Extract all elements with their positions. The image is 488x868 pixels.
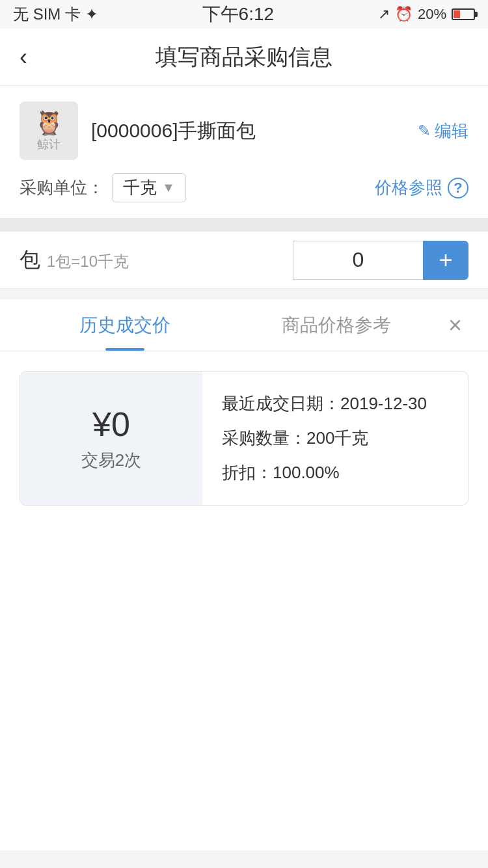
discount-value: 100.00% (273, 463, 340, 482)
product-image-icon: 🦉 (34, 109, 64, 137)
tab-active-underline (105, 348, 144, 351)
quantity-label-group: 包 1包=10千克 (20, 246, 129, 275)
quantity-unit-small: 1包=10千克 (47, 251, 129, 272)
unit-selector-dropdown[interactable]: 千克 ▼ (112, 173, 186, 202)
status-right-group: ↗ ⏰ 20% (378, 6, 475, 23)
product-thumbnail: 🦉 鲸计 (20, 102, 78, 160)
quantity-unit-big: 包 (20, 246, 40, 275)
history-trades-count: 交易2次 (81, 449, 141, 472)
status-bar: 无 SIM 卡 ✦ 下午6:12 ↗ ⏰ 20% (0, 0, 488, 29)
product-name: [0000006]手撕面包 (91, 118, 256, 144)
quantity-input-box[interactable]: 0 (293, 241, 423, 280)
page-title: 填写商品采购信息 (156, 42, 332, 72)
recent-date-value: 2019-12-30 (340, 394, 427, 413)
alarm-icon: ⏰ (395, 6, 413, 23)
product-top-row: 🦉 鲸计 [0000006]手撕面包 ✎ 编辑 (20, 102, 468, 160)
discount-row: 折扣：100.00% (222, 460, 448, 485)
product-image-label: 鲸计 (37, 137, 61, 152)
history-price-card: ¥0 交易2次 最近成交日期：2019-12-30 采购数量：200千克 折扣：… (20, 371, 468, 506)
quantity-plus-button[interactable]: + (423, 241, 468, 280)
edit-label: 编辑 (435, 120, 468, 142)
time-text: 下午6:12 (202, 2, 275, 27)
history-price-right: 最近成交日期：2019-12-30 采购数量：200千克 折扣：100.00% (202, 372, 468, 505)
carrier-text: 无 SIM 卡 ✦ (13, 4, 98, 25)
battery-fill (454, 10, 460, 18)
recent-date-label: 最近成交日期： (222, 394, 340, 413)
location-icon: ↗ (378, 6, 390, 23)
purchase-quantity-value: 200千克 (306, 428, 368, 448)
dropdown-arrow-icon: ▼ (162, 180, 175, 195)
history-price-left: ¥0 交易2次 (20, 372, 202, 505)
purchase-quantity-row: 采购数量：200千克 (222, 426, 448, 451)
quantity-row: 包 1包=10千克 0 + (0, 232, 488, 289)
unit-label: 采购单位： (20, 176, 104, 199)
history-price-value: ¥0 (92, 405, 130, 444)
back-button[interactable]: ‹ (20, 44, 59, 71)
unit-section: 采购单位： 千克 ▼ (20, 173, 186, 202)
discount-label: 折扣： (222, 463, 273, 482)
tab-history-label: 历史成交价 (79, 313, 170, 338)
product-bottom-row: 采购单位： 千克 ▼ 价格参照 ? (20, 173, 468, 202)
section-divider (0, 219, 488, 232)
quantity-value: 0 (353, 248, 364, 272)
tab-history-price[interactable]: 历史成交价 (20, 299, 230, 351)
product-card: 🦉 鲸计 [0000006]手撕面包 ✎ 编辑 采购单位： 千克 ▼ 价格参照 … (0, 86, 488, 219)
unit-value: 千克 (123, 176, 157, 199)
tab-product-price-ref[interactable]: 商品价格参考 (230, 299, 441, 351)
purchase-quantity-label: 采购数量： (222, 428, 306, 448)
tab-section: 历史成交价 商品价格参考 × ¥0 交易2次 最近成交日期：2019-12-30… (0, 299, 488, 525)
battery-percent: 20% (418, 6, 446, 23)
price-ref-label: 价格参照 (375, 176, 442, 199)
tab-header: 历史成交价 商品价格参考 × (0, 299, 488, 351)
edit-icon: ✎ (418, 122, 431, 140)
product-left-group: 🦉 鲸计 [0000006]手撕面包 (20, 102, 256, 160)
price-ref-info-icon: ? (448, 178, 468, 198)
tab-close-button[interactable]: × (442, 312, 468, 339)
price-ref-button[interactable]: 价格参照 ? (375, 176, 468, 199)
edit-button[interactable]: ✎ 编辑 (418, 120, 468, 142)
history-price-symbol: ¥ (92, 405, 111, 443)
recent-date-row: 最近成交日期：2019-12-30 (222, 391, 448, 416)
page-background-fill (0, 525, 488, 850)
history-price-number: 0 (111, 405, 130, 443)
quantity-input-area: 0 + (293, 241, 468, 280)
nav-bar: ‹ 填写商品采购信息 (0, 29, 488, 86)
battery-icon (452, 8, 475, 20)
tab-product-price-label: 商品价格参考 (282, 313, 391, 338)
tab-content: ¥0 交易2次 最近成交日期：2019-12-30 采购数量：200千克 折扣：… (0, 351, 488, 525)
